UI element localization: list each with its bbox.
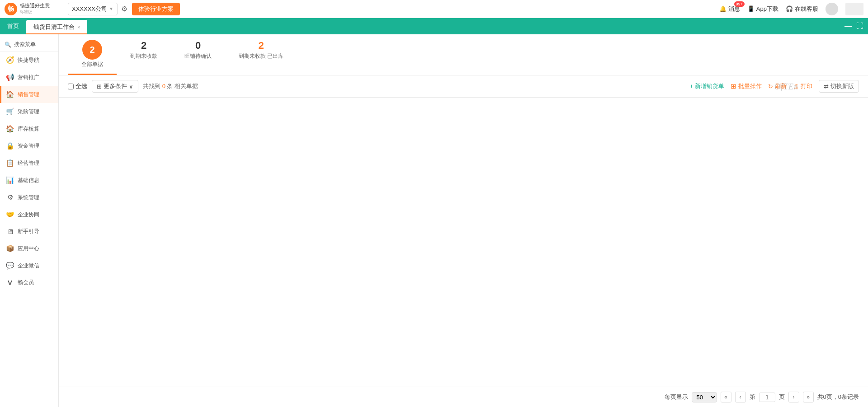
finance-icon: 🔒	[6, 142, 14, 150]
messages-badge: 99+	[734, 1, 745, 7]
sidebar-item-appstore[interactable]: 📦 应用中心	[0, 240, 58, 257]
tab-progress-bar	[26, 33, 87, 34]
sidebar-item-wechat[interactable]: 💬 企业微信	[0, 257, 58, 274]
sidebar-item-operations[interactable]: 📋 经营管理	[0, 154, 58, 172]
window-minimize-icon[interactable]: —	[844, 22, 852, 30]
search-icon: 🔍	[5, 42, 11, 48]
sidebar-item-inventory[interactable]: 🏠 库存核算	[0, 120, 58, 137]
page-label: 第	[750, 393, 755, 401]
top-header: 畅 畅捷通好生意 标准版 XXXXXX公司 ▼ ⚙ 体验行业方案 🔔 消息 99…	[0, 0, 868, 18]
batch-icon: ⊞	[731, 82, 736, 90]
window-maximize-icon[interactable]: ⛶	[856, 22, 863, 30]
next-page-button[interactable]: ›	[788, 392, 799, 402]
filter-icon: ⊞	[97, 83, 102, 90]
wechat-icon: 💬	[6, 262, 14, 270]
tab-home[interactable]: 首页	[0, 18, 26, 34]
sidebar: 🔍 搜索菜单 🧭 快捷导航 📢 营销推广 🏠 销售管理 🛒 采购管理 🏠	[0, 34, 59, 407]
headset-icon: 🎧	[786, 5, 793, 12]
download-icon: 📱	[747, 5, 755, 12]
chevron-down-icon: ∨	[129, 83, 133, 90]
stats-tabs: 2 全部单据 2 到期未收款 0 旺铺待确认 2 到期未收款 已出库	[59, 34, 868, 75]
inventory-icon: 🏠	[6, 125, 14, 133]
nav-tabs-bar: 首页 钱货日清工作台 × — ⛶	[0, 18, 868, 34]
settings-icon[interactable]: ⚙	[121, 5, 127, 13]
sidebar-item-purchase[interactable]: 🛒 采购管理	[0, 103, 58, 120]
stats-tab-shipped[interactable]: 2 到期未收款 已出库	[225, 34, 297, 75]
content-area: 2 全部单据 2 到期未收款 0 旺铺待确认 2 到期未收款 已出库 全选	[59, 34, 868, 407]
sales-icon: 🏠	[6, 90, 14, 98]
filter-button[interactable]: ⊞ 更多条件 ∨	[92, 80, 138, 93]
app-name: 畅捷通好生意 标准版	[20, 3, 50, 14]
sidebar-item-member[interactable]: V 畅会员	[0, 274, 58, 291]
stats-tab-pending[interactable]: 0 旺铺待确认	[171, 34, 225, 75]
sidebar-top: 🔍 搜索菜单 🧭 快捷导航 📢 营销推广 🏠 销售管理 🛒 采购管理 🏠	[0, 34, 58, 295]
system-icon: ⚙	[6, 193, 14, 201]
add-order-button[interactable]: + 新增销货单	[690, 82, 724, 90]
switch-version-button[interactable]: ⇄ 切换新版	[819, 80, 859, 93]
switch-icon: ⇄	[824, 83, 829, 90]
first-page-button[interactable]: «	[721, 392, 731, 402]
total-info: 共0页，0条记录	[817, 393, 859, 401]
bell-icon: 🔔	[719, 5, 726, 12]
user-name-area[interactable]	[845, 3, 863, 15]
nav-right-icons: — ⛶	[844, 18, 868, 34]
sidebar-item-guide[interactable]: 🖥 新手引导	[0, 223, 58, 240]
company-name: XXXXXX公司	[72, 5, 107, 13]
avatar[interactable]	[826, 3, 838, 15]
member-icon: V	[6, 279, 14, 286]
pagination-bar: 每页显示 50 100 200 « ‹ 第 页 › » 共0页，0条记录	[59, 387, 868, 407]
guide-icon: 🖥	[6, 228, 14, 235]
compass-icon: 🧭	[6, 56, 14, 64]
operations-icon: 📋	[6, 159, 14, 167]
online-service-button[interactable]: 🎧 在线客服	[786, 5, 818, 13]
tab-close-icon[interactable]: ×	[77, 24, 80, 30]
batch-operation-button[interactable]: ⊞ 批量操作	[731, 82, 762, 90]
refresh-icon: ↻	[768, 83, 773, 90]
tab-active[interactable]: 钱货日清工作台 ×	[26, 20, 87, 34]
header-right: 🔔 消息 99+ 📱 App下载 🎧 在线客服	[719, 3, 863, 15]
page-suffix: 页	[779, 393, 785, 401]
sidebar-search[interactable]: 🔍 搜索菜单	[0, 38, 58, 51]
stats-tab-all[interactable]: 2 全部单据	[68, 34, 117, 75]
table-area	[59, 98, 868, 387]
select-all-checkbox[interactable]: 全选	[68, 82, 87, 90]
sidebar-item-quick-nav[interactable]: 🧭 快捷导航	[0, 51, 58, 69]
watermark-text: OfTEn	[774, 82, 798, 92]
sidebar-item-finance[interactable]: 🔒 资金管理	[0, 137, 58, 154]
basic-icon: 📊	[6, 176, 14, 184]
toolbar: 全选 ⊞ 更多条件 ∨ 共找到 0 条 相关单据 + 新增销货单 ⊞ 批量操作	[59, 75, 868, 98]
sidebar-item-basic[interactable]: 📊 基础信息	[0, 172, 58, 189]
trial-button[interactable]: 体验行业方案	[132, 3, 180, 15]
enterprise-icon: 🤝	[6, 211, 14, 219]
messages-button[interactable]: 🔔 消息 99+	[719, 5, 740, 13]
logo-area: 畅 畅捷通好生意 标准版	[5, 3, 63, 15]
last-page-button[interactable]: »	[803, 392, 814, 402]
prev-page-button[interactable]: ‹	[735, 392, 746, 402]
stats-tab-overdue[interactable]: 2 到期未收款	[117, 34, 171, 75]
purchase-icon: 🛒	[6, 108, 14, 116]
marketing-icon: 📢	[6, 73, 14, 81]
app-logo: 畅	[5, 3, 17, 15]
select-all-input[interactable]	[68, 84, 74, 89]
appstore-icon: 📦	[6, 244, 14, 253]
company-selector[interactable]: XXXXXX公司 ▼	[68, 3, 118, 15]
per-page-label: 每页显示	[665, 393, 688, 401]
current-page-input[interactable]	[759, 393, 775, 402]
app-download-button[interactable]: 📱 App下载	[747, 5, 778, 13]
sidebar-item-sales[interactable]: 🏠 销售管理	[0, 86, 58, 103]
chevron-down-icon: ▼	[109, 6, 113, 11]
sidebar-item-enterprise[interactable]: 🤝 企业协同	[0, 206, 58, 223]
per-page-select[interactable]: 50 100 200	[692, 392, 717, 402]
sidebar-item-marketing[interactable]: 📢 营销推广	[0, 69, 58, 86]
sidebar-item-system[interactable]: ⚙ 系统管理	[0, 189, 58, 206]
main-layout: 🔍 搜索菜单 🧭 快捷导航 📢 营销推广 🏠 销售管理 🛒 采购管理 🏠	[0, 34, 868, 407]
found-text: 共找到 0 条 相关单据	[143, 82, 198, 90]
